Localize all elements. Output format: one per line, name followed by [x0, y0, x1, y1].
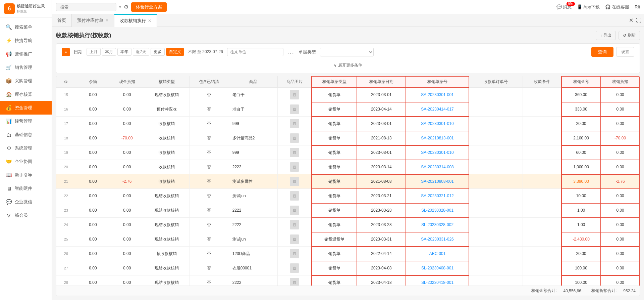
- verify-doc-no-cell[interactable]: SL-20230328-001: [406, 203, 469, 218]
- payment-terms-cell: [523, 247, 561, 261]
- tab-collection[interactable]: 收款核销执行 ✕: [114, 14, 157, 27]
- balance-cell: 0.00: [76, 218, 110, 232]
- sidebar-item-system[interactable]: ⚙系统管理: [0, 141, 52, 155]
- message-button[interactable]: 💬 99+ 消息: [556, 4, 572, 10]
- verify-doc-type-cell: 销货单: [312, 261, 357, 275]
- date-btn-this-year[interactable]: 本年: [117, 48, 131, 56]
- app-download-btn[interactable]: 📱 App下载: [577, 4, 600, 10]
- tab-maximize-btn[interactable]: ⛶: [636, 17, 641, 24]
- topbar-gear-icon[interactable]: ⚙: [124, 4, 128, 10]
- product-cell: 2222: [229, 203, 277, 218]
- verify-doc-no-cell[interactable]: SA-20230301-001: [406, 88, 469, 102]
- verify-doc-no-cell[interactable]: SA-20230301-010: [406, 117, 469, 131]
- row-num-cell: 25: [56, 232, 76, 247]
- partner-dots[interactable]: ...: [287, 48, 294, 55]
- export-button[interactable]: ↑ 导出: [596, 31, 616, 40]
- tab-prepay[interactable]: 预付冲应付单 ✕: [72, 14, 114, 27]
- include-settled-cell: 否: [190, 160, 229, 174]
- verify-doc-no-cell[interactable]: SA-20230314-008: [406, 160, 469, 174]
- refresh-button[interactable]: ↺ 刷新: [619, 31, 640, 40]
- verify-discount-cell: 0.00: [601, 189, 640, 203]
- verify-amount-cell: 100.00: [561, 275, 600, 286]
- receipt-order-cell: [469, 102, 523, 117]
- sidebar-item-marketing[interactable]: 📢营销推广: [0, 47, 52, 61]
- verify-doc-no-cell[interactable]: SA-20230321-012: [406, 189, 469, 203]
- sidebar-item-inventory[interactable]: 🏠库存核算: [0, 88, 52, 101]
- verify-doc-no-cell[interactable]: SA-20210808-001: [406, 174, 469, 189]
- solution-button[interactable]: 体验行业方案: [131, 2, 167, 12]
- verify-discount-cell: 0.00: [601, 275, 640, 286]
- col-settings-header[interactable]: ⚙: [56, 76, 76, 88]
- verify-discount-cell: 0.00: [601, 160, 640, 174]
- settings-button[interactable]: 设置: [616, 47, 634, 57]
- topbar-dropdown-arrow[interactable]: ▾: [119, 5, 121, 9]
- tab-prepay-close[interactable]: ✕: [105, 18, 109, 23]
- user-menu[interactable]: Rit: [635, 4, 640, 9]
- enterprise-icon: 🤝: [5, 158, 12, 165]
- tab-close-all-btn[interactable]: ✕: [629, 17, 633, 24]
- sidebar-item-hardware[interactable]: 🖥智能硬件: [0, 182, 52, 195]
- verify-doc-date-cell: 2023-03-01: [357, 145, 406, 160]
- date-btn-this-month[interactable]: 本月: [102, 48, 116, 56]
- sidebar-item-guide[interactable]: 📖新手引导: [0, 168, 52, 182]
- date-btn-7days[interactable]: 近7天: [133, 48, 149, 56]
- payment-terms-cell: [523, 275, 561, 286]
- search-icon: 🔍: [5, 24, 12, 31]
- table-scroll[interactable]: ⚙ 余额 现金折扣 核销类型 包含已结清 商品 商品图片 核销单据类型 核销单据…: [56, 76, 640, 286]
- sidebar-item-member[interactable]: V畅会员: [0, 209, 52, 222]
- product-cell: 老白干: [229, 88, 277, 102]
- product-cell: 测试jun: [229, 232, 277, 247]
- verify-doc-no-cell[interactable]: SL-20230328-002: [406, 218, 469, 232]
- sidebar-item-label-purchase: 采购管理: [15, 78, 32, 84]
- verify-doc-no-cell[interactable]: SA-20230414-017: [406, 102, 469, 117]
- online-service-btn[interactable]: 🎧 在线客服: [605, 4, 629, 10]
- sidebar: 6 畅捷通谱好生意 标准版 🔍搜索菜单⚡快捷导航📢营销推广🛒销售管理📦采购管理🏠…: [0, 0, 52, 300]
- payment-terms-cell: [523, 232, 561, 247]
- sidebar-item-finance[interactable]: 💰资金管理: [0, 101, 52, 115]
- date-btn-custom[interactable]: 自定义: [166, 48, 184, 56]
- verify-doc-no-cell[interactable]: SA-20210813-001: [406, 131, 469, 145]
- sidebar-item-quick-nav[interactable]: ⚡快捷导航: [0, 34, 52, 47]
- query-button[interactable]: 查询: [591, 47, 613, 57]
- verify-doc-no-cell[interactable]: SL-20230408-001: [406, 261, 469, 275]
- verify-doc-no-cell[interactable]: ABC-001: [406, 247, 469, 261]
- expand-more-btn[interactable]: ∨ 展开更多条件: [62, 61, 634, 70]
- row-num-cell: 21: [56, 174, 76, 189]
- table-header-row: ⚙ 余额 现金折扣 核销类型 包含已结清 商品 商品图片 核销单据类型 核销单据…: [56, 76, 640, 88]
- sidebar-item-business[interactable]: 📊经营管理: [0, 115, 52, 128]
- topbar: ▾ ⚙ 体验行业方案 💬 99+ 消息 📱 App下载 🎧 在线客服 Rit: [52, 0, 644, 14]
- tab-home[interactable]: 首页: [52, 14, 72, 27]
- tab-collection-close[interactable]: ✕: [148, 18, 151, 23]
- verify-doc-date-cell: 2023-03-28: [357, 203, 406, 218]
- sidebar-item-search[interactable]: 🔍搜索菜单: [0, 20, 52, 34]
- row-num-cell: 18: [56, 131, 76, 145]
- col-product-image-header: 商品图片: [278, 76, 312, 88]
- sidebar-item-sales[interactable]: 🛒销售管理: [0, 61, 52, 74]
- product-cell: 999: [229, 117, 277, 131]
- sidebar-item-purchase[interactable]: 📦采购管理: [0, 74, 52, 88]
- cash-discount-cell: -2.76: [110, 174, 144, 189]
- verify-doc-type-cell: 销货单: [312, 218, 357, 232]
- verify-doc-no-cell[interactable]: SA-20230331-026: [406, 232, 469, 247]
- partner-input[interactable]: [227, 48, 283, 56]
- table-row: 23 0.00 0.00 现结收款核销 否 2222 🖼 销货单 2023-03…: [56, 203, 640, 218]
- date-btn-more[interactable]: 更多: [151, 48, 165, 56]
- filter-expand-btn[interactable]: »: [62, 48, 70, 56]
- sidebar-item-basic[interactable]: 🗂基础信息: [0, 128, 52, 141]
- product-image-cell: 🖼: [278, 131, 312, 145]
- receipt-order-cell: [469, 189, 523, 203]
- verify-doc-no-cell[interactable]: SA-20230301-010: [406, 145, 469, 160]
- product-image-cell: 🖼: [278, 218, 312, 232]
- date-btn-last-month[interactable]: 上月: [87, 48, 101, 56]
- verify-discount-cell: 0.00: [601, 203, 640, 218]
- include-settled-cell: 否: [190, 247, 229, 261]
- product-image-cell: 🖼: [278, 275, 312, 286]
- sidebar-item-wechat[interactable]: 💬企业微信: [0, 195, 52, 209]
- search-input[interactable]: [56, 3, 116, 11]
- sidebar-item-enterprise[interactable]: 🤝企业协同: [0, 155, 52, 168]
- voucher-type-label: 单据类型: [299, 49, 316, 55]
- verify-type-cell: 预收款核销: [144, 247, 189, 261]
- verify-doc-no-cell[interactable]: SL-20230418-001: [406, 275, 469, 286]
- product-cell: 999: [229, 145, 277, 160]
- voucher-type-select[interactable]: [320, 48, 374, 56]
